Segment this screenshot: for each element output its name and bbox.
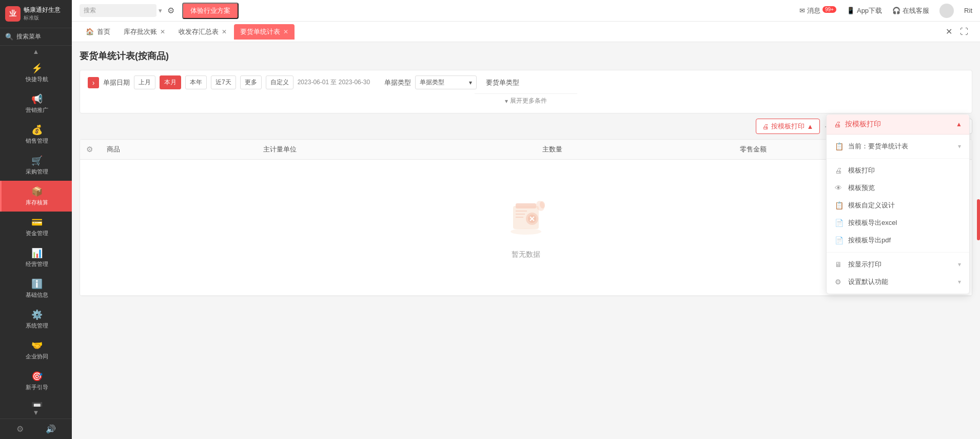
- messages-badge: 99+: [822, 6, 836, 13]
- display-print-icon: 🖥: [835, 260, 843, 269]
- sidebar-search[interactable]: 🔍 搜索菜单: [0, 28, 72, 46]
- finance-icon: 💳: [31, 217, 43, 228]
- dropdown-current-item[interactable]: 📋 当前：要货单统计表 ▾: [827, 138, 969, 155]
- marketing-label: 营销推广: [26, 106, 48, 114]
- sidebar-item-enterprise[interactable]: 🤝 企业协同: [0, 335, 72, 366]
- dropdown-main-section: 🖨 模板打印 👁 模板预览 📋 模板自定义设计 📄 按模板导出excel 📄: [827, 159, 969, 253]
- sidebar-item-finance[interactable]: 💳 资金管理: [0, 212, 72, 242]
- doc-type-value: 单据类型: [420, 78, 444, 87]
- sidebar-item-apps[interactable]: 🔲 应用中心: [0, 396, 72, 407]
- logo-icon: 业: [5, 6, 21, 22]
- enterprise-icon: 🤝: [31, 340, 43, 351]
- scroll-down-btn[interactable]: ▼: [0, 407, 72, 418]
- dropdown-collapse-arrow[interactable]: ▲: [956, 121, 962, 128]
- tab-inventory-batch-label: 库存批次账: [124, 27, 157, 36]
- scroll-up-btn[interactable]: ▲: [0, 46, 72, 58]
- date-current-month-btn[interactable]: 本月: [160, 75, 181, 89]
- date-custom-btn[interactable]: 自定义: [266, 75, 293, 89]
- messages-btn[interactable]: ✉ 消息 99+: [799, 6, 836, 15]
- marketing-icon: 📢: [31, 93, 43, 105]
- tab-inventory-batch[interactable]: 库存批次账 ✕: [117, 24, 171, 40]
- template-preview-icon: 👁: [835, 184, 843, 192]
- expand-more-btn[interactable]: ▾ 展开更多条件: [475, 93, 577, 108]
- user-avatar[interactable]: [939, 4, 954, 18]
- beginner-label: 新手引导: [26, 384, 48, 391]
- dropdown-bottom-section: 🖥 按显示打印 ▾ ⚙ 设置默认功能 ▾: [827, 253, 969, 294]
- template-design-icon: 📋: [835, 201, 843, 209]
- settings-bottom-icon[interactable]: ⚙: [16, 424, 24, 434]
- dropdown-template-print-label: 模板打印: [848, 166, 875, 175]
- page-area: 要货单统计表(按商品) › 单据日期 上月 本月 本年 近7天 更多 自定义 2…: [72, 42, 980, 439]
- tab-home[interactable]: 🏠 首页: [80, 24, 116, 40]
- date-current-year-btn[interactable]: 本年: [185, 75, 207, 89]
- set-default-left: ⚙ 设置默认功能: [835, 277, 888, 287]
- filter-collapse-btn[interactable]: ›: [88, 77, 99, 88]
- date-prev-month-btn[interactable]: 上月: [134, 75, 155, 89]
- dropdown-export-pdf[interactable]: 📄 按模板导出pdf: [827, 232, 969, 249]
- tab-inventory-batch-close[interactable]: ✕: [160, 28, 165, 35]
- beginner-icon: 🎯: [31, 371, 43, 382]
- dropdown-template-design[interactable]: 📋 模板自定义设计: [827, 197, 969, 214]
- col-product: 商品: [101, 140, 257, 160]
- printer-icon: 🖨: [762, 123, 769, 130]
- dropdown-export-excel-label: 按模板导出excel: [848, 218, 897, 227]
- sidebar-item-sales[interactable]: 💰 销售管理: [0, 119, 72, 150]
- right-scrollbar[interactable]: [977, 199, 980, 240]
- dropdown-display-print[interactable]: 🖥 按显示打印 ▾: [827, 256, 969, 273]
- online-service-btn[interactable]: 🎧 在线客服: [892, 6, 929, 15]
- template-print-btn[interactable]: 🖨 按模板打印 ▲: [756, 119, 820, 134]
- expand-more-icon: ▾: [505, 98, 508, 105]
- dropdown-template-preview[interactable]: 👁 模板预览: [827, 179, 969, 197]
- tab-order-stats-close[interactable]: ✕: [283, 28, 288, 35]
- col-unit: 主计量单位: [257, 140, 536, 160]
- topbar-settings-icon[interactable]: ⚙: [167, 6, 174, 15]
- window-close-btn[interactable]: ✕: [943, 26, 955, 38]
- sidebar-item-purchase[interactable]: 🛒 采购管理: [0, 150, 72, 181]
- date-last7days-btn[interactable]: 近7天: [211, 75, 236, 89]
- app-version: 标准版: [24, 14, 61, 22]
- messages-label: 消息: [807, 6, 820, 15]
- export-excel-icon: 📄: [835, 219, 843, 227]
- doc-type-select[interactable]: 单据类型 ▾: [415, 75, 477, 89]
- sidebar-logo: 业 畅康通好生意 标准版: [0, 0, 72, 28]
- operation-icon: 📊: [31, 247, 43, 259]
- topbar-search[interactable]: 搜索: [80, 4, 156, 17]
- apps-icon: 🔲: [31, 402, 43, 407]
- doc-type-arrow: ▾: [469, 79, 472, 86]
- sound-icon[interactable]: 🔊: [46, 424, 56, 434]
- system-label: 系统管理: [26, 322, 48, 330]
- empty-message: 暂无数据: [512, 250, 540, 259]
- sidebar-item-marketing[interactable]: 📢 营销推广: [0, 88, 72, 119]
- tab-receipt-summary-close[interactable]: ✕: [222, 28, 227, 35]
- sidebar-item-system[interactable]: ⚙️ 系统管理: [0, 304, 72, 335]
- page-title: 要货单统计表(按商品): [80, 50, 972, 62]
- tab-receipt-summary[interactable]: 收发存汇总表 ✕: [172, 24, 233, 40]
- sidebar-item-quick-nav[interactable]: ⚡ 快捷导航: [0, 58, 72, 88]
- column-settings-icon[interactable]: ⚙: [86, 145, 93, 154]
- topbar-dropdown-arrow[interactable]: ▾: [159, 7, 162, 14]
- doc-type-label: 单据类型: [384, 78, 411, 87]
- dropdown-export-excel[interactable]: 📄 按模板导出excel: [827, 214, 969, 232]
- date-more-btn[interactable]: 更多: [240, 75, 262, 89]
- dropdown-template-print[interactable]: 🖨 模板打印: [827, 162, 969, 179]
- home-icon: 🏠: [86, 28, 94, 35]
- window-expand-btn[interactable]: ⛶: [958, 26, 970, 38]
- dropdown-set-default[interactable]: ⚙ 设置默认功能 ▾: [827, 273, 969, 291]
- search-icon: 🔍: [5, 33, 13, 41]
- trial-btn[interactable]: 体验行业方案: [182, 3, 239, 19]
- inventory-icon: 📦: [31, 186, 43, 197]
- sidebar-item-inventory[interactable]: 📦 库存核算: [0, 181, 72, 212]
- expand-more-label: 展开更多条件: [510, 97, 547, 105]
- col-quantity: 主数量: [536, 140, 734, 160]
- finance-label: 资金管理: [26, 230, 48, 237]
- sidebar-item-basic[interactable]: ℹ️ 基础信息: [0, 273, 72, 304]
- basic-label: 基础信息: [26, 291, 48, 299]
- date-range-display: 2023-06-01 至 2023-06-30: [298, 78, 370, 87]
- dropdown-header[interactable]: 🖨 按模板打印 ▲: [827, 114, 969, 135]
- sidebar-item-operation[interactable]: 📊 经营管理: [0, 242, 72, 273]
- app-download-btn[interactable]: 📱 App下载: [847, 6, 882, 15]
- online-service-label: 在线客服: [903, 6, 929, 15]
- sidebar-item-beginner[interactable]: 🎯 新手引导: [0, 366, 72, 396]
- tab-order-stats[interactable]: 要货单统计表 ✕: [234, 24, 295, 40]
- template-print-dropdown: 🖨 按模板打印 ▲ 📋 当前：要货单统计表 ▾ 🖨 模板打印: [826, 114, 970, 294]
